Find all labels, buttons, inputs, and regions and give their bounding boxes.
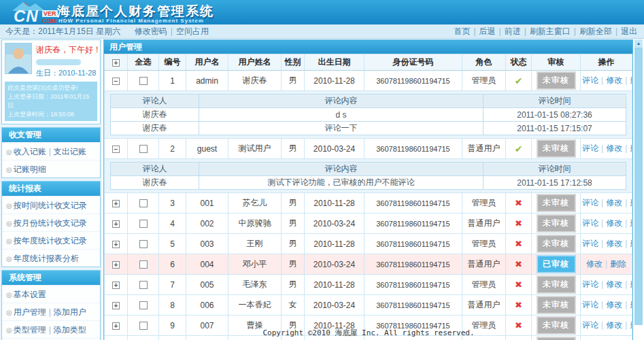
- menu-box-1: 收支管理◎收入记账|支出记账◎记账明细: [1, 127, 101, 178]
- action-link-修改[interactable]: 修改: [606, 75, 622, 85]
- action-link-修改[interactable]: 修改: [606, 218, 622, 228]
- sidebar-link[interactable]: 收入记账: [14, 147, 46, 156]
- action-link-删除[interactable]: 删除: [630, 198, 632, 207]
- action-link-删除[interactable]: 删除: [630, 218, 632, 228]
- cell-status: ✖: [506, 275, 532, 295]
- table-row: +6004邓小平男2010-03-24360781198601194715普通用…: [105, 254, 632, 275]
- row-checkbox[interactable]: [139, 240, 148, 248]
- comment-column-header: 评论人: [111, 163, 199, 176]
- row-checkbox[interactable]: [139, 301, 148, 309]
- audit-pending-button[interactable]: 未审核: [537, 275, 576, 294]
- row-checkbox[interactable]: [139, 220, 148, 228]
- audit-pending-button[interactable]: 未审核: [537, 214, 576, 233]
- cell-no: 1: [159, 71, 186, 91]
- collapse-icon[interactable]: −: [112, 146, 120, 153]
- sidebar-link[interactable]: 按时间统计收支记录: [14, 201, 87, 210]
- action-link-评论[interactable]: 评论: [582, 198, 598, 207]
- sidebar-link[interactable]: 按年度统计收支记录: [14, 236, 87, 245]
- bullet-icon: ◎: [6, 326, 12, 334]
- audit-approved-button[interactable]: 已审核: [537, 255, 576, 273]
- login-info-line: 此次是您第(3)次成功登录!: [7, 84, 95, 92]
- action-link-修改[interactable]: 修改: [606, 143, 622, 153]
- action-link-评论[interactable]: 评论: [582, 218, 598, 228]
- action-link-修改[interactable]: 修改: [606, 239, 622, 248]
- menu-title: 收支管理: [2, 128, 100, 142]
- expand-icon[interactable]: +: [112, 241, 120, 248]
- nav-link-6[interactable]: 退出: [621, 27, 637, 36]
- cell-audit: 未审核: [532, 234, 581, 254]
- audit-pending-button[interactable]: 未审核: [537, 235, 576, 253]
- sidebar-link[interactable]: 添加类型: [54, 325, 86, 335]
- action-link-修改[interactable]: 修改: [606, 300, 622, 309]
- row-checkbox[interactable]: [139, 281, 148, 289]
- expand-icon[interactable]: +: [112, 302, 120, 309]
- cell-username: 002: [186, 214, 228, 234]
- expand-icon[interactable]: +: [112, 261, 120, 269]
- audit-pending-button[interactable]: 未审核: [537, 71, 576, 90]
- action-link-删除[interactable]: 删除: [630, 279, 632, 289]
- row-checkbox[interactable]: [139, 77, 148, 85]
- comments-cell: 评论人评论内容评论时间谢庆春测试下评论功能，已审核的用户不能评论2011-01-…: [105, 159, 632, 193]
- scroll-up-icon[interactable]: ▲: [634, 39, 643, 48]
- expand-icon[interactable]: +: [112, 220, 120, 228]
- toolbar-left-links: 修改密码|空间占用: [135, 27, 209, 36]
- expand-icon[interactable]: +: [112, 200, 120, 207]
- collapse-icon[interactable]: −: [112, 78, 120, 85]
- sidebar-link[interactable]: 记账明细: [14, 165, 46, 174]
- nav-link-1[interactable]: 首页: [454, 27, 470, 36]
- action-link-删除[interactable]: 删除: [630, 300, 632, 309]
- sidebar-item: ◎按年度统计收支记录: [2, 231, 100, 249]
- sidebar-link[interactable]: 添加用户: [54, 307, 86, 317]
- cell-birth: 2010-03-24: [305, 214, 365, 234]
- sidebar-item: ◎收入记账|支出记账: [2, 142, 100, 160]
- cell-idcard: 360781198601194715: [365, 193, 462, 214]
- vertical-scrollbar[interactable]: ▲: [634, 39, 643, 325]
- comments-container-row: 评论人评论内容评论时间谢庆春测试下评论功能，已审核的用户不能评论2011-01-…: [105, 159, 632, 193]
- sidebar-link[interactable]: 用户管理: [14, 307, 46, 317]
- sidebar-link[interactable]: 支出记账: [54, 147, 86, 156]
- action-link-修改[interactable]: 修改: [586, 259, 603, 269]
- panel-title: 用户管理: [104, 40, 632, 54]
- sidebar-link[interactable]: 按月份统计收支记录: [14, 218, 87, 228]
- toolbar-link-1[interactable]: 修改密码: [135, 27, 167, 36]
- table-row: +3001苏乞儿男2010-11-28360781198601194715管理员…: [105, 193, 632, 214]
- logo-cn: CN: [14, 7, 39, 24]
- sidebar-link[interactable]: 基本设置: [14, 290, 46, 299]
- cell-gender: 男: [282, 275, 305, 295]
- toolbar-link-2[interactable]: 空间占用: [176, 27, 209, 36]
- nav-link-3[interactable]: 前进: [505, 27, 521, 36]
- column-header: 用户名: [186, 54, 228, 71]
- action-link-删除[interactable]: 删除: [610, 259, 626, 269]
- expand-all-icon[interactable]: +: [112, 59, 120, 67]
- audit-pending-button[interactable]: 未审核: [537, 296, 576, 314]
- bullet-icon: ◎: [6, 202, 12, 209]
- cell-actions: 修改|删除: [581, 254, 632, 275]
- action-link-评论[interactable]: 评论: [582, 279, 598, 289]
- sidebar-link[interactable]: 年度统计报表分析: [14, 254, 79, 263]
- action-link-评论[interactable]: 评论: [582, 300, 598, 309]
- nav-link-5[interactable]: 刷新全部: [579, 27, 612, 36]
- cell-role: 普通用户: [462, 139, 506, 159]
- audit-pending-button[interactable]: 未审核: [537, 139, 576, 158]
- action-link-删除[interactable]: 删除: [630, 143, 632, 153]
- row-checkbox[interactable]: [139, 145, 148, 153]
- status-check-icon: ✔: [515, 75, 523, 86]
- action-link-删除[interactable]: 删除: [630, 239, 632, 248]
- today-date: 今天是：2011年1月15日 星期六: [5, 27, 120, 36]
- action-link-评论[interactable]: 评论: [582, 75, 598, 85]
- nav-link-4[interactable]: 刷新主窗口: [530, 27, 571, 36]
- action-link-删除[interactable]: 删除: [630, 75, 632, 85]
- row-checkbox[interactable]: [139, 260, 148, 269]
- action-link-修改[interactable]: 修改: [606, 279, 622, 289]
- action-link-修改[interactable]: 修改: [606, 198, 622, 207]
- nav-link-2[interactable]: 后退: [479, 27, 496, 36]
- cell-gender: 男: [282, 234, 305, 254]
- sidebar-link[interactable]: 类型管理: [14, 325, 46, 335]
- action-link-评论[interactable]: 评论: [582, 143, 598, 153]
- sidebar-item: ◎基本设置: [2, 285, 100, 303]
- comment-row: 谢庆春评论一下2011-01-15 17:15:07: [111, 122, 626, 135]
- audit-pending-button[interactable]: 未审核: [537, 194, 576, 212]
- row-checkbox[interactable]: [139, 199, 148, 207]
- action-link-评论[interactable]: 评论: [582, 239, 598, 248]
- expand-icon[interactable]: +: [112, 282, 120, 289]
